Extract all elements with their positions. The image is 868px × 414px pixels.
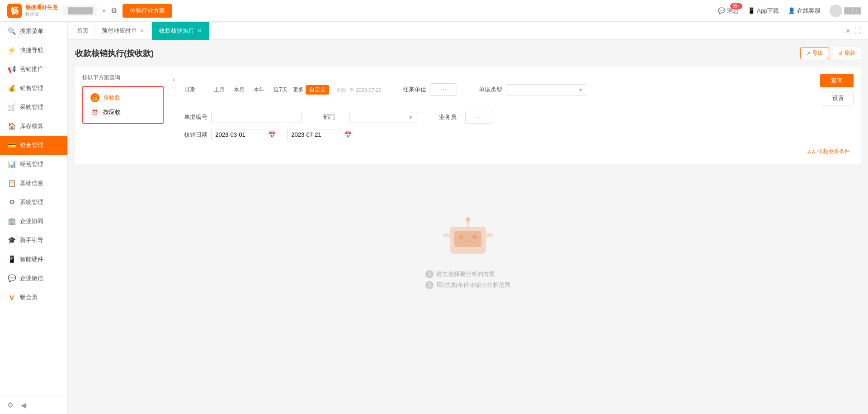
sidebar-item-enterprise[interactable]: 🏢 企业协同 [0,212,67,231]
logo-area: 畅 畅捷通好生意 标准版 [7,4,58,18]
top-bar: 畅 畅捷通好生意 标准版 ██████ ▾ ⚙ 体验行业方案 💬 消息 99+ … [0,0,868,22]
bottom-settings-icon[interactable]: ⚙ [7,401,14,409]
logo-text: 畅捷通好生意 标准版 [25,4,58,18]
app-logo: 畅 [7,4,22,18]
marketing-icon: 📢 [7,65,16,73]
message-button[interactable]: 💬 消息 99+ [718,7,739,15]
verify-date-field: 核销日期 📅 — 📅 [184,129,352,140]
dept-label: 部门 [323,113,346,121]
filter-option-by-receivable[interactable]: ⏰ 按应收 [87,105,159,119]
company-selector[interactable]: ██████ [63,5,97,16]
sidebar: 🔍 搜索菜单 ⚡ 快捷导航 📢 营销推广 💰 销售管理 🛒 采购管理 🏠 库存核… [0,22,68,414]
page-header: 收款核销执行(按收款) ↗ 导出 ↺ 刷新 [75,47,861,59]
tab-expand-icon[interactable]: ⛶ [854,27,861,34]
system-icon: ⚙ [7,198,16,206]
tab-receipt-writeoff-close[interactable]: ✕ [197,28,202,34]
inventory-icon: 🏠 [7,122,16,130]
date-btn-more[interactable]: 更多 [293,86,304,94]
tab-close-all-icon[interactable]: ✕ [845,27,851,34]
date-no-limit: 不限 至 2023-07-26 [336,87,381,94]
tab-receipt-writeoff[interactable]: 收款核销执行 ✕ [152,22,209,40]
sidebar-item-business[interactable]: 📊 经营管理 [0,155,67,174]
settings-icon[interactable]: ⚙ [111,6,117,15]
online-service-button[interactable]: 👤 在线客服 [788,7,821,15]
counterpart-label: 往来单位 [403,86,426,94]
empty-illustration [441,209,495,263]
sidebar-item-guide[interactable]: 🎓 新手引导 [0,231,67,250]
svg-rect-7 [486,233,493,237]
collapse-more-button[interactable]: ∧∧ 收起更多条件 [804,146,854,157]
page-actions: ↗ 导出 ↺ 刷新 [800,47,861,59]
bill-no-field: 单据编号 [184,112,302,123]
query-button[interactable]: 查询 [820,74,854,87]
by-receipt-icon: 💰 [90,93,99,102]
settings-button[interactable]: 设置 [823,91,854,105]
user-menu[interactable]: ████ [830,5,861,17]
sidebar-item-basic[interactable]: 📋 基础信息 [0,174,67,193]
date-btn-this-year[interactable]: 本年 [250,85,268,95]
sidebar-item-hardware[interactable]: 📱 智能硬件 [0,250,67,269]
svg-point-5 [466,217,470,222]
sidebar-item-system[interactable]: ⚙ 系统管理 [0,193,67,212]
industry-solution-button[interactable]: 体验行业方案 [123,4,172,18]
filter-collapse-button[interactable]: ‹ [171,74,177,157]
top-bar-right: 💬 消息 99+ 📱 App下载 👤 在线客服 ████ [718,5,861,17]
purchase-icon: 🛒 [7,103,16,111]
dept-select[interactable]: ▾ [349,112,417,123]
bill-type-select[interactable]: ▾ [506,84,587,95]
svg-rect-6 [443,233,450,237]
salesperson-input[interactable]: ··· [465,111,492,124]
sidebar-item-sales[interactable]: 💰 销售管理 [0,79,67,98]
verify-date-end-cal-icon[interactable]: 📅 [344,131,352,138]
salesperson-label: 业务员 [439,113,462,121]
hint-2-text: 用[过滤]条件来缩小分析范围 [436,281,510,289]
refresh-button[interactable]: ↺ 刷新 [833,47,861,59]
sidebar-item-inventory[interactable]: 🏠 库存核算 [0,117,67,136]
hint-2-num: 2 [425,281,434,289]
verify-date-start[interactable] [211,129,265,140]
tab-home[interactable]: 首页 [71,22,94,40]
sidebar-item-marketing[interactable]: 📢 营销推广 [0,60,67,79]
by-receivable-icon: ⏰ [90,108,99,117]
filter-form: 日期 上月 本月 本年 近7天 更多 自定义 [184,74,854,157]
tabs-right-actions: ✕ ⛶ [845,27,864,34]
sidebar-item-wechat[interactable]: 💬 企业微信 [0,269,67,288]
svg-point-2 [459,235,463,239]
svg-rect-1 [454,231,481,247]
tab-prepay-close[interactable]: ✕ [140,28,144,34]
counterpart-input[interactable]: ··· [430,83,457,96]
export-icon: ↗ [806,50,811,57]
filter-option-by-receipt[interactable]: 💰 按收款 [87,90,159,105]
date-btn-7days[interactable]: 近7天 [270,85,291,95]
enterprise-icon: 🏢 [7,217,16,225]
date-btn-last-month[interactable]: 上月 [210,85,228,95]
avatar [830,5,842,17]
verify-date-start-cal-icon[interactable]: 📅 [268,131,276,138]
member-icon: V [7,294,16,301]
filter-panel: 按以下方案查询 💰 按收款 ⏰ 按应收 ‹ [75,67,861,164]
bottom-collapse-icon[interactable]: ◀ [21,401,26,409]
sidebar-item-purchase[interactable]: 🛒 采购管理 [0,98,67,117]
empty-hint-1: 1 请先选择要分析的方案 [425,270,510,278]
filter-row-1: 日期 上月 本月 本年 近7天 更多 自定义 [184,74,854,105]
bill-type-label: 单据类型 [479,86,502,94]
filter-section-label: 按以下方案查询 [82,74,164,81]
export-button[interactable]: ↗ 导出 [800,47,829,59]
sidebar-item-quick-nav[interactable]: ⚡ 快捷导航 [0,41,67,60]
top-bar-left: 畅 畅捷通好生意 标准版 ██████ ▾ ⚙ 体验行业方案 [7,4,172,18]
tab-prepay[interactable]: 预付冲应付单 ✕ [94,22,152,40]
sidebar-item-finance[interactable]: 💳 资金管理 [0,136,67,155]
sidebar-item-member[interactable]: V 畅会员 [0,288,67,307]
date-btn-custom[interactable]: 自定义 [306,85,329,95]
company-dropdown-icon[interactable]: ▾ [103,8,105,14]
empty-hints: 1 请先选择要分析的方案 2 用[过滤]条件来缩小分析范围 [425,270,510,289]
app-download-button[interactable]: 📱 App下载 [748,7,779,15]
filter-actions: 查询 设置 [820,74,854,105]
date-btn-this-month[interactable]: 本月 [230,85,248,95]
verify-date-label: 核销日期 [184,131,208,139]
verify-date-end[interactable] [287,129,341,140]
dept-field: 部门 ▾ [323,112,417,123]
refresh-icon: ↺ [838,50,843,57]
bill-no-input[interactable] [211,112,302,123]
sidebar-item-search-menu[interactable]: 🔍 搜索菜单 [0,22,67,41]
